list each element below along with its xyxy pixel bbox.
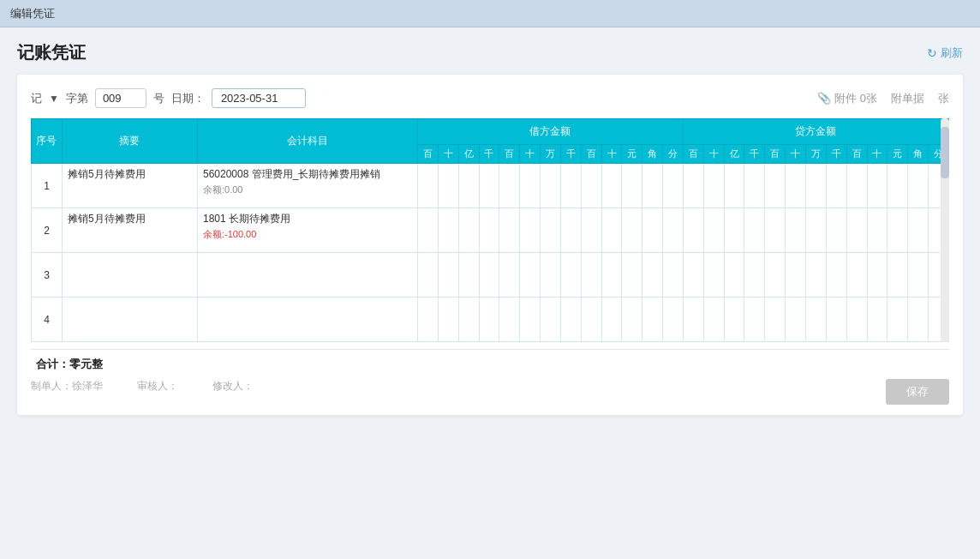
row2-c5[interactable] bbox=[765, 208, 786, 253]
row4-d3[interactable] bbox=[458, 298, 479, 342]
row2-d4[interactable] bbox=[479, 208, 499, 253]
row2-c4[interactable] bbox=[744, 208, 765, 253]
row2-d8[interactable] bbox=[560, 208, 581, 253]
row4-c4[interactable] bbox=[744, 298, 765, 342]
row4-c12[interactable] bbox=[908, 298, 929, 342]
row1-c10[interactable] bbox=[867, 164, 887, 208]
row4-d7[interactable] bbox=[541, 298, 561, 342]
row3-c6[interactable] bbox=[786, 253, 806, 298]
row2-d5[interactable] bbox=[499, 208, 520, 253]
row3-d3[interactable] bbox=[458, 253, 479, 298]
row1-c8[interactable] bbox=[826, 164, 846, 208]
row2-d9[interactable] bbox=[581, 208, 601, 253]
row2-account[interactable]: 1801 长期待摊费用 余额:-100.00 bbox=[197, 208, 417, 253]
row2-d10[interactable] bbox=[601, 208, 622, 253]
row1-c5[interactable] bbox=[765, 164, 786, 208]
row2-d3[interactable] bbox=[458, 208, 479, 253]
row4-c2[interactable] bbox=[703, 298, 724, 342]
type-dropdown-arrow[interactable]: ▼ bbox=[49, 93, 59, 105]
row3-c7[interactable] bbox=[806, 253, 827, 298]
row4-d13[interactable] bbox=[663, 298, 684, 342]
row3-d10[interactable] bbox=[601, 253, 622, 298]
row4-c3[interactable] bbox=[724, 298, 744, 342]
refresh-button[interactable]: ↻ 刷新 bbox=[927, 45, 963, 61]
row3-account[interactable] bbox=[197, 253, 417, 298]
row1-d9[interactable] bbox=[581, 164, 601, 208]
row1-c4[interactable] bbox=[744, 164, 765, 208]
scrollbar-thumb[interactable] bbox=[941, 127, 949, 178]
row3-d12[interactable] bbox=[642, 253, 663, 298]
row1-d4[interactable] bbox=[479, 164, 499, 208]
row1-d10[interactable] bbox=[601, 164, 622, 208]
row1-c11[interactable] bbox=[887, 164, 908, 208]
row3-c10[interactable] bbox=[867, 253, 887, 298]
row1-c1[interactable] bbox=[683, 164, 703, 208]
row1-d3[interactable] bbox=[458, 164, 479, 208]
row1-d6[interactable] bbox=[520, 164, 541, 208]
row1-c6[interactable] bbox=[786, 164, 806, 208]
row1-d5[interactable] bbox=[499, 164, 520, 208]
row3-c4[interactable] bbox=[744, 253, 765, 298]
row4-c10[interactable] bbox=[867, 298, 887, 342]
row2-d12[interactable] bbox=[642, 208, 663, 253]
row3-d4[interactable] bbox=[479, 253, 499, 298]
row1-account[interactable]: 56020008 管理费用_长期待摊费用摊销 余额:0.00 bbox=[197, 164, 417, 208]
attach-single-label[interactable]: 附单据 bbox=[891, 91, 924, 106]
row2-d7[interactable] bbox=[541, 208, 561, 253]
row1-d7[interactable] bbox=[541, 164, 561, 208]
voucher-number-input[interactable] bbox=[95, 88, 146, 108]
row3-c1[interactable] bbox=[683, 253, 703, 298]
row2-d1[interactable] bbox=[417, 208, 438, 253]
row4-summary[interactable] bbox=[62, 298, 197, 342]
row3-d13[interactable] bbox=[663, 253, 684, 298]
row4-c11[interactable] bbox=[887, 298, 908, 342]
row2-c3[interactable] bbox=[724, 208, 744, 253]
row2-c11[interactable] bbox=[887, 208, 908, 253]
row1-d1[interactable] bbox=[417, 164, 438, 208]
row2-c8[interactable] bbox=[826, 208, 846, 253]
row4-c6[interactable] bbox=[786, 298, 806, 342]
row1-d12[interactable] bbox=[642, 164, 663, 208]
row3-d8[interactable] bbox=[560, 253, 581, 298]
row3-c3[interactable] bbox=[724, 253, 744, 298]
row1-summary[interactable]: 摊销5月待摊费用 bbox=[62, 164, 197, 208]
row4-d9[interactable] bbox=[581, 298, 601, 342]
row4-d11[interactable] bbox=[622, 298, 642, 342]
row1-d11[interactable] bbox=[622, 164, 642, 208]
row4-d1[interactable] bbox=[417, 298, 438, 342]
row2-d13[interactable] bbox=[663, 208, 684, 253]
row1-d2[interactable] bbox=[438, 164, 458, 208]
scrollbar-track[interactable] bbox=[941, 118, 949, 342]
row3-d6[interactable] bbox=[520, 253, 541, 298]
save-button[interactable]: 保存 bbox=[886, 379, 949, 405]
row2-c2[interactable] bbox=[703, 208, 724, 253]
row1-c9[interactable] bbox=[846, 164, 867, 208]
row2-c1[interactable] bbox=[683, 208, 703, 253]
attach-link[interactable]: 📎 附件 0张 bbox=[817, 91, 877, 106]
row2-summary[interactable]: 摊销5月待摊费用 bbox=[62, 208, 197, 253]
row3-c11[interactable] bbox=[887, 253, 908, 298]
row4-c9[interactable] bbox=[846, 298, 867, 342]
row1-c2[interactable] bbox=[703, 164, 724, 208]
row2-c6[interactable] bbox=[786, 208, 806, 253]
row2-c7[interactable] bbox=[806, 208, 827, 253]
row4-c8[interactable] bbox=[826, 298, 846, 342]
row3-c5[interactable] bbox=[765, 253, 786, 298]
row3-d9[interactable] bbox=[581, 253, 601, 298]
row3-summary[interactable] bbox=[62, 253, 197, 298]
row4-d12[interactable] bbox=[642, 298, 663, 342]
row1-c7[interactable] bbox=[806, 164, 827, 208]
type-select-wrapper[interactable]: ▼ bbox=[49, 93, 59, 105]
row3-c8[interactable] bbox=[826, 253, 846, 298]
row2-d6[interactable] bbox=[520, 208, 541, 253]
row1-d13[interactable] bbox=[663, 164, 684, 208]
row1-c12[interactable] bbox=[908, 164, 929, 208]
row4-d10[interactable] bbox=[601, 298, 622, 342]
row4-d4[interactable] bbox=[479, 298, 499, 342]
row3-d11[interactable] bbox=[622, 253, 642, 298]
row3-c9[interactable] bbox=[846, 253, 867, 298]
date-input[interactable] bbox=[212, 88, 306, 108]
row2-c9[interactable] bbox=[846, 208, 867, 253]
row3-c2[interactable] bbox=[703, 253, 724, 298]
row1-d8[interactable] bbox=[560, 164, 581, 208]
